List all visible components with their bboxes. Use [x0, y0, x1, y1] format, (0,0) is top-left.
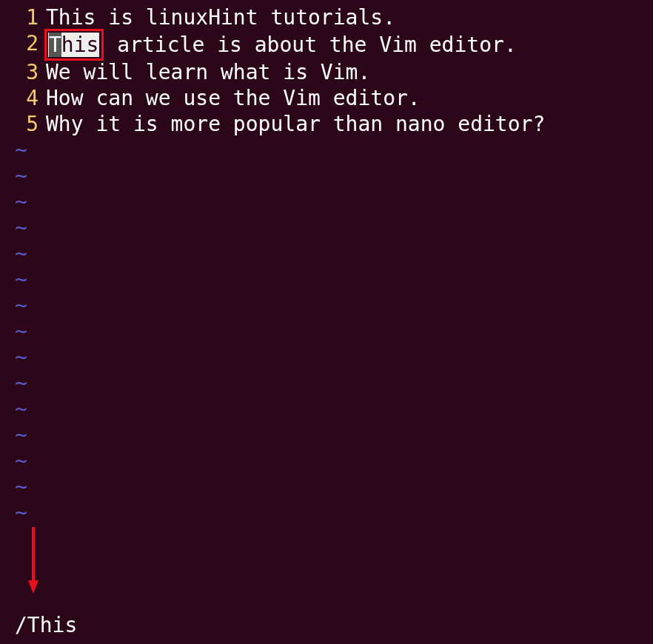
line-text: How can we use the Vim editor.	[46, 85, 421, 111]
empty-line-tilde: ~	[0, 189, 653, 215]
line-number: 2	[0, 30, 46, 56]
arrow-down-icon	[28, 527, 38, 600]
line-number: 4	[0, 85, 46, 111]
empty-line-tilde: ~	[0, 266, 653, 292]
empty-line-tilde: ~	[0, 137, 653, 163]
search-hit: This	[48, 33, 99, 57]
empty-line-tilde: ~	[0, 500, 653, 526]
line-number: 3	[0, 59, 46, 85]
editor-area[interactable]: 1This is linuxHint tutorials.2This artic…	[0, 0, 653, 614]
empty-line-tilde: ~	[0, 344, 653, 370]
empty-line-tilde: ~	[0, 474, 653, 500]
empty-line-tilde: ~	[0, 370, 653, 396]
cursor-cell: T	[49, 33, 61, 57]
code-line[interactable]: 1This is linuxHint tutorials.	[0, 4, 653, 30]
line-text: This article is about the Vim editor.	[46, 30, 517, 59]
empty-line-tilde: ~	[0, 318, 653, 344]
empty-line-tilde: ~	[0, 448, 653, 474]
empty-line-tilde: ~	[0, 396, 653, 422]
code-line[interactable]: 2This article is about the Vim editor.	[0, 30, 653, 59]
code-line[interactable]: 5Why it is more popular than nano editor…	[0, 111, 653, 137]
line-text: This is linuxHint tutorials.	[46, 4, 395, 30]
line-number: 5	[0, 111, 46, 137]
line-text: Why it is more popular than nano editor?	[46, 111, 545, 137]
search-highlight-box: This	[44, 29, 104, 61]
empty-line-tilde: ~	[0, 215, 653, 241]
empty-line-tilde: ~	[0, 241, 653, 266]
empty-line-tilde: ~	[0, 422, 653, 448]
command-line[interactable]: /This	[15, 612, 77, 638]
line-text-after: article is about the Vim editor.	[104, 33, 516, 57]
line-text: We will learn what is Vim.	[46, 59, 370, 85]
search-hit-rest: his	[61, 33, 99, 57]
empty-line-tilde: ~	[0, 292, 653, 318]
code-line[interactable]: 3We will learn what is Vim.	[0, 59, 653, 85]
code-line[interactable]: 4How can we use the Vim editor.	[0, 85, 653, 111]
svg-marker-1	[28, 580, 38, 594]
line-number: 1	[0, 4, 46, 30]
empty-line-tilde: ~	[0, 163, 653, 189]
